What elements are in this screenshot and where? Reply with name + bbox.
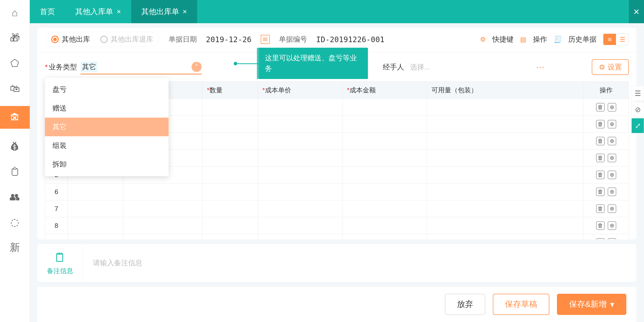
bill-date-value[interactable]: 2019-12-26 [206, 35, 252, 44]
remarks-input[interactable]: 请输入备注信息 [83, 258, 636, 268]
cell-qty[interactable] [202, 200, 258, 217]
sync-icon[interactable]: ◌ [7, 214, 22, 230]
cell-price[interactable] [258, 217, 342, 234]
grid-icon[interactable]: ▤ [520, 36, 526, 43]
add-row-icon[interactable]: ⊕ [608, 187, 616, 196]
cell-price[interactable] [258, 99, 342, 116]
tab-other-in[interactable]: 其他入库单× [65, 0, 131, 23]
cell-avail[interactable] [427, 150, 583, 167]
cell-amount[interactable] [342, 133, 427, 150]
chevron-up-icon[interactable]: ˄ [192, 62, 202, 72]
cell-avail[interactable] [427, 234, 583, 240]
delete-icon[interactable]: 🗑 [596, 137, 605, 145]
close-icon[interactable]: × [183, 7, 187, 16]
delete-icon[interactable]: 🗑 [596, 120, 605, 128]
ops-link[interactable]: 操作 [533, 35, 547, 44]
dropdown-item-zengsong[interactable]: 赠送 [45, 99, 169, 118]
cell-unit[interactable] [123, 234, 202, 240]
rail-attach-icon[interactable]: ⊘ [631, 102, 644, 117]
add-row-icon[interactable]: ⊕ [608, 137, 616, 145]
tab-other-out[interactable]: 其他出库单× [131, 0, 197, 23]
business-type-select[interactable]: 其它 ˄ [80, 60, 202, 74]
cell-price[interactable] [258, 150, 342, 167]
view-list-icon[interactable]: ≡ [603, 34, 616, 45]
cell-avail[interactable] [427, 99, 583, 116]
close-all-icon[interactable]: × [629, 0, 644, 23]
calendar-icon[interactable]: 📅︎ [261, 35, 270, 44]
cell-avail[interactable] [427, 217, 583, 234]
cell-amount[interactable] [342, 234, 427, 240]
dropdown-item-pankui[interactable]: 盘亏 [45, 80, 169, 99]
cell-unit[interactable] [123, 200, 202, 217]
cell-price[interactable] [258, 133, 342, 150]
warehouse-icon[interactable]: 🏚︎ [0, 106, 30, 129]
delete-icon[interactable]: 🗑 [596, 221, 605, 230]
cell-amount[interactable] [342, 217, 427, 234]
rail-note-icon[interactable]: ☰ [631, 86, 644, 101]
rail-expand-icon[interactable]: ⤢ [631, 118, 644, 133]
cell-product[interactable] [68, 200, 123, 217]
document-icon[interactable]: 🧾 [554, 36, 562, 43]
settings-button[interactable]: ⚙ 设置 [592, 59, 629, 75]
add-row-icon[interactable]: ⊕ [608, 103, 616, 112]
cell-amount[interactable] [342, 200, 427, 217]
price-tag-icon[interactable]: ⬠ [7, 56, 22, 71]
cell-qty[interactable] [202, 99, 258, 116]
delete-icon[interactable]: 🗑 [596, 204, 605, 213]
cell-amount[interactable] [342, 99, 427, 116]
cell-price[interactable] [258, 200, 342, 217]
table-row[interactable]: 9🗑⊕ [45, 234, 629, 240]
dropdown-item-chaixie[interactable]: 拆卸 [45, 155, 169, 174]
cell-product[interactable] [68, 217, 123, 234]
add-row-icon[interactable]: ⊕ [608, 154, 616, 162]
save-add-button[interactable]: 保存&新增 ▾ [557, 294, 626, 315]
close-icon[interactable]: × [117, 7, 121, 16]
cell-avail[interactable] [427, 116, 583, 133]
contacts-icon[interactable]: 👥︎ [7, 189, 22, 204]
new-icon[interactable]: 新 [7, 240, 22, 255]
dropdown-item-qita[interactable]: 其它 [45, 118, 169, 136]
radio-return[interactable]: 其他出库退库 [100, 35, 153, 44]
table-row[interactable]: 7🗑⊕ [45, 200, 629, 217]
delete-icon[interactable]: 🗑 [596, 238, 605, 239]
cell-avail[interactable] [427, 183, 583, 200]
money-bag-icon[interactable]: 💰︎ [7, 139, 22, 154]
table-row[interactable]: 6🗑⊕ [45, 183, 629, 200]
discard-button[interactable]: 放弃 [445, 294, 485, 315]
gear-icon[interactable]: ⚙ [480, 36, 486, 43]
cell-qty[interactable] [202, 234, 258, 240]
cell-product[interactable] [68, 183, 123, 200]
cell-product[interactable] [68, 234, 123, 240]
cell-qty[interactable] [202, 150, 258, 167]
cell-price[interactable] [258, 234, 342, 240]
save-draft-button[interactable]: 保存草稿 [493, 294, 549, 315]
cell-avail[interactable] [427, 200, 583, 217]
cell-qty[interactable] [202, 217, 258, 234]
add-row-icon[interactable]: ⊕ [608, 238, 616, 239]
table-row[interactable]: 8🗑⊕ [45, 217, 629, 234]
dropdown-item-zuzhuang[interactable]: 组装 [45, 136, 169, 155]
add-row-icon[interactable]: ⊕ [608, 221, 616, 230]
cell-avail[interactable] [427, 167, 583, 183]
cell-avail[interactable] [427, 133, 583, 150]
delete-icon[interactable]: 🗑 [596, 154, 605, 162]
delete-icon[interactable]: 🗑 [596, 103, 605, 112]
bag-icon[interactable]: 🛍︎ [7, 81, 22, 96]
cell-amount[interactable] [342, 116, 427, 133]
cell-qty[interactable] [202, 183, 258, 200]
cell-qty[interactable] [202, 116, 258, 133]
add-row-icon[interactable]: ⊕ [608, 120, 616, 128]
add-row-icon[interactable]: ⊕ [608, 204, 616, 213]
gift-icon[interactable]: 🎁︎ [7, 30, 22, 45]
delete-icon[interactable]: 🗑 [596, 171, 605, 179]
shortcut-link[interactable]: 快捷键 [492, 35, 514, 44]
clipboard-icon[interactable]: 📋︎ [7, 164, 22, 179]
view-detail-icon[interactable]: ☰ [616, 34, 629, 45]
cell-qty[interactable] [202, 133, 258, 150]
more-icon[interactable]: ⋯ [536, 62, 546, 72]
cell-amount[interactable] [342, 183, 427, 200]
history-link[interactable]: 历史单据 [568, 35, 597, 44]
cell-amount[interactable] [342, 167, 427, 183]
cell-unit[interactable] [123, 217, 202, 234]
delete-icon[interactable]: 🗑 [596, 187, 605, 196]
